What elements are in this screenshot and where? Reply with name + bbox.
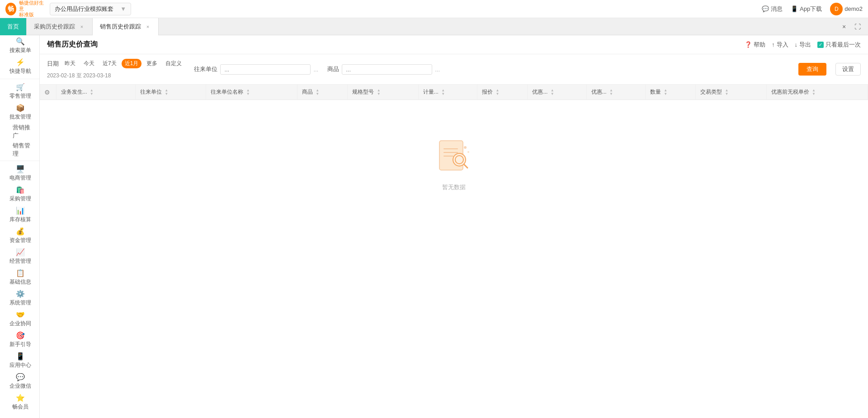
unit-filter-input[interactable] xyxy=(220,64,311,75)
avatar: D xyxy=(830,3,843,15)
close-all-tabs-btn[interactable]: × xyxy=(839,22,849,32)
sidebar-item-basic-info[interactable]: 📋 基础信息 xyxy=(0,267,39,288)
home-tab-label: 首页 xyxy=(7,23,19,31)
help-btn[interactable]: ❓ 帮助 xyxy=(745,41,765,49)
th-product[interactable]: 商品 ▲▼ xyxy=(297,85,347,100)
th-product-label: 商品 xyxy=(302,89,313,95)
sidebar-item-marketing[interactable]: 营销推广 xyxy=(0,123,39,141)
sidebar-label-finance: 资金管理 xyxy=(9,237,31,244)
th-unit-name[interactable]: 往来单位名称 ▲▼ xyxy=(206,85,297,100)
content-area: 销售历史价查询 ❓ 帮助 ↑ 导入 ↓ 导出 ✓ 只看最后一次 xyxy=(40,35,868,418)
setting-btn[interactable]: 设置 xyxy=(835,63,861,76)
th-spec-label: 规格型号 xyxy=(352,89,374,95)
sidebar-label-enterprise-collab: 企业协同 xyxy=(9,320,31,328)
tab-sales-history[interactable]: 销售历史价跟踪 × xyxy=(93,18,159,35)
sort-arrows-unit-measure: ▲▼ xyxy=(441,89,445,96)
sidebar-label-operations: 经营管理 xyxy=(9,257,31,265)
date-btn-today[interactable]: 今天 xyxy=(80,59,98,68)
last-only-checkbox[interactable]: ✓ xyxy=(817,42,824,48)
sidebar-item-ecommerce[interactable]: 🖥️ 电商管理 xyxy=(0,163,39,184)
inventory-icon: 📊 xyxy=(16,206,25,215)
page-title: 销售历史价查询 xyxy=(47,40,98,49)
purchase-history-tab-close[interactable]: × xyxy=(79,24,85,30)
sidebar-item-sales-mgmt[interactable]: 销售管理 xyxy=(0,141,39,159)
app-download-btn[interactable]: 📱 App下载 xyxy=(791,5,822,13)
sidebar-label-marketing: 营销推广 xyxy=(13,124,32,140)
th-business-date[interactable]: 业务发生... ▲▼ xyxy=(56,85,135,100)
th-spec[interactable]: 规格型号 ▲▼ xyxy=(348,85,419,100)
sidebar-item-retail[interactable]: 🛒 零售管理 xyxy=(0,81,39,102)
th-unit-measure[interactable]: 计量... ▲▼ xyxy=(418,85,477,100)
th-discount2[interactable]: 优惠... ▲▼ xyxy=(586,85,645,100)
unit-filter-group: 往来单位 ... xyxy=(194,64,318,75)
sidebar-item-inventory[interactable]: 📊 库存核算 xyxy=(0,204,39,225)
sort-arrows-price: ▲▼ xyxy=(495,89,499,96)
sidebar-item-purchase[interactable]: 🛍️ 采购管理 xyxy=(0,184,39,204)
enterprise-collab-icon: 🤝 xyxy=(16,310,25,319)
empty-icon xyxy=(431,136,476,177)
gear-icon[interactable]: ⚙ xyxy=(44,89,50,96)
th-trade-type[interactable]: 交易类型 ▲▼ xyxy=(696,85,767,100)
svg-line-6 xyxy=(464,164,467,168)
sidebar-item-app-center[interactable]: 📱 应用中心 xyxy=(0,350,39,371)
date-btn-7days[interactable]: 近7天 xyxy=(99,59,120,68)
tab-bar: 首页 采购历史价跟踪 × 销售历史价跟踪 × × ⛶ xyxy=(0,18,868,35)
query-btn[interactable]: 查询 xyxy=(798,63,826,76)
sidebar-label-purchase: 采购管理 xyxy=(9,195,31,203)
sidebar-item-guide[interactable]: 🎯 新手引导 xyxy=(0,329,39,350)
sidebar-item-system[interactable]: ⚙️ 系统管理 xyxy=(0,288,39,309)
sidebar-item-finance[interactable]: 💰 资金管理 xyxy=(0,225,39,246)
date-btn-1month[interactable]: 近1月 xyxy=(122,59,142,68)
tab-purchase-history[interactable]: 采购历史价跟踪 × xyxy=(27,18,93,35)
export-btn[interactable]: ↓ 导出 xyxy=(795,41,811,49)
logo-area: 畅 畅捷信好生意 标准版 xyxy=(5,0,45,18)
sales-history-tab-close[interactable]: × xyxy=(145,24,151,30)
tab-home[interactable]: 首页 xyxy=(0,18,27,35)
import-btn[interactable]: ↑ 导入 xyxy=(772,41,788,49)
purchase-icon: 🛍️ xyxy=(16,185,25,194)
message-btn[interactable]: 💬 消息 xyxy=(762,5,783,13)
sort-arrows-unit-code: ▲▼ xyxy=(165,89,168,96)
empty-state: 暂无数据 xyxy=(40,100,868,209)
th-price[interactable]: 报价 ▲▼ xyxy=(477,85,528,100)
sidebar-label-sales-mgmt: 销售管理 xyxy=(13,142,32,158)
sidebar-label-system: 系统管理 xyxy=(9,299,31,307)
th-qty[interactable]: 数量 ▲▼ xyxy=(645,85,695,100)
sidebar-item-enterprise-wechat[interactable]: 💬 企业微信 xyxy=(0,371,39,392)
date-filter-group: 日期 昨天 今天 近7天 近1月 更多 自定义 2023-02-18 至 202… xyxy=(47,59,185,80)
app-selector[interactable]: 办公用品行业模拟账套 ▼ xyxy=(50,3,131,15)
th-price-label: 报价 xyxy=(482,89,493,95)
product-filter-input[interactable] xyxy=(342,64,432,75)
svg-point-8 xyxy=(467,151,469,153)
fullscreen-btn[interactable]: ⛶ xyxy=(853,22,863,32)
sidebar-label-ecommerce: 电商管理 xyxy=(9,174,31,182)
th-trade-type-label: 交易类型 xyxy=(700,89,722,95)
date-btn-custom[interactable]: 自定义 xyxy=(162,59,185,68)
sidebar-label-quick-nav: 快捷导航 xyxy=(9,67,31,75)
sidebar-item-search[interactable]: 🔍 搜索菜单 xyxy=(0,35,39,56)
sidebar-item-quick-nav[interactable]: ⚡ 快捷导航 xyxy=(0,56,39,77)
th-gear: ⚙ xyxy=(40,85,56,100)
sidebar-item-membership[interactable]: ⭐ 畅会员 xyxy=(0,392,39,413)
date-btn-more[interactable]: 更多 xyxy=(143,59,160,68)
th-discount1[interactable]: 优惠... ▲▼ xyxy=(528,85,586,100)
date-filter-label: 日期 xyxy=(47,60,59,68)
th-price-notax[interactable]: 优惠前无税单价 ▲▼ xyxy=(766,85,868,100)
main-layout: 🔍 搜索菜单 ⚡ 快捷导航 🛒 零售管理 📦 批发管理 营销推广 销售管理 🖥️… xyxy=(0,35,868,418)
last-only-checkbox-group[interactable]: ✓ 只看最后一次 xyxy=(817,41,861,49)
user-area[interactable]: D demo2 xyxy=(830,3,863,15)
help-icon: ❓ xyxy=(745,41,752,48)
sort-arrows-discount2: ▲▼ xyxy=(609,89,613,96)
logo-icon: 畅 xyxy=(5,3,16,15)
sidebar-item-enterprise-collab[interactable]: 🤝 企业协同 xyxy=(0,309,39,329)
product-filter-group: 商品 ... xyxy=(327,64,440,75)
sidebar-item-wholesale[interactable]: 📦 批发管理 xyxy=(0,102,39,123)
th-discount2-label: 优惠... xyxy=(591,89,607,95)
enterprise-wechat-icon: 💬 xyxy=(16,373,25,381)
date-btn-yesterday[interactable]: 昨天 xyxy=(61,59,79,68)
product-dots: ... xyxy=(435,66,440,73)
sidebar-divider-2 xyxy=(0,161,39,161)
sidebar-item-operations[interactable]: 📈 经营管理 xyxy=(0,246,39,267)
th-unit-code[interactable]: 往来单位 ▲▼ xyxy=(135,85,206,100)
data-table: ⚙ 业务发生... ▲▼ 往来单位 ▲▼ 往来单位名称 ▲▼ xyxy=(40,85,868,100)
